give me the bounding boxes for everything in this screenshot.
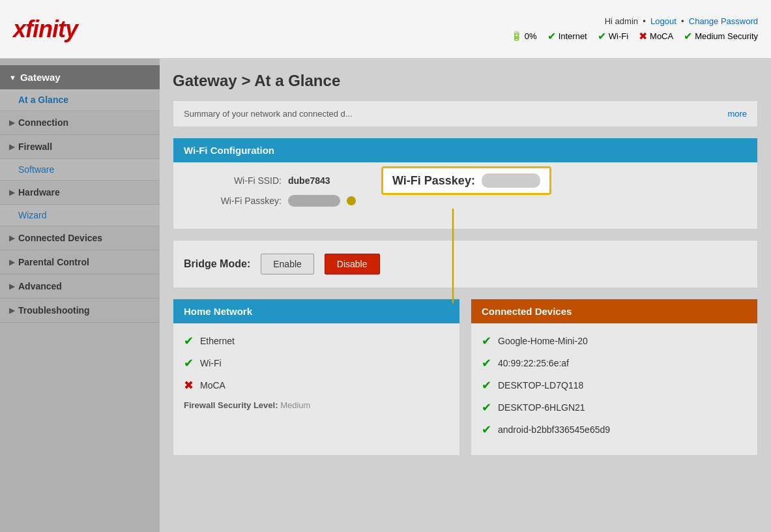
device-row-0: ✔ Google-Home-Mini-20: [482, 334, 747, 348]
moca-err-icon-home: ✖: [184, 378, 194, 392]
device-row-4: ✔ android-b2bbf336545e65d9: [482, 422, 747, 437]
advanced-arrow-icon: ▶: [9, 282, 14, 291]
device-row-2: ✔ DESKTOP-LD7Q118: [482, 378, 747, 392]
advanced-label: Advanced: [18, 281, 62, 291]
sidebar-item-firewall[interactable]: ▶ Firewall: [0, 135, 160, 159]
summary-text: Summary of your network and connected d.…: [184, 109, 353, 119]
sidebar-item-connected-devices[interactable]: ▶ Connected Devices: [0, 226, 160, 250]
more-link[interactable]: more: [727, 109, 747, 119]
wifi-row: ✔ Wi-Fi: [184, 356, 449, 370]
wifi-row-ok-icon: ✔: [184, 356, 194, 370]
greeting-text: Hi admin: [605, 16, 638, 26]
gateway-label: Gateway: [20, 72, 61, 83]
main-content: Gateway > At a Glance Summary of your ne…: [160, 59, 771, 532]
device-label-4: android-b2bbf336545e65d9: [498, 424, 610, 435]
home-network-title: Home Network: [184, 306, 252, 317]
device-ok-icon-2: ✔: [482, 378, 491, 392]
bridge-mode-section: Bridge Mode: Enable Disable: [173, 240, 758, 288]
connected-devices-header: Connected Devices: [471, 299, 757, 323]
disable-bridge-button[interactable]: Disable: [325, 254, 380, 274]
battery-status: 🔋 0%: [511, 31, 537, 41]
hardware-arrow-icon: ▶: [9, 188, 14, 197]
sidebar-item-connection[interactable]: ▶ Connection: [0, 111, 160, 135]
moca-status: ✖ MoCA: [639, 30, 673, 42]
device-ok-icon-3: ✔: [482, 400, 491, 415]
device-label-0: Google-Home-Mini-20: [498, 336, 588, 346]
device-label-2: DESKTOP-LD7Q118: [498, 380, 583, 391]
ethernet-row: ✔ Ethernet: [184, 334, 449, 348]
wifi-passkey-tooltip: Wi-Fi Passkey:: [381, 166, 551, 195]
sidebar-gateway-header[interactable]: ▼ Gateway: [0, 65, 160, 89]
device-row-1: ✔ 40:99:22:25:6e:af: [482, 356, 747, 370]
passkey-value: [288, 195, 356, 207]
internet-label: Internet: [559, 31, 587, 41]
header: xfinity Hi admin • Logout • Change Passw…: [0, 0, 771, 59]
sidebar-item-hardware[interactable]: ▶ Hardware: [0, 181, 160, 205]
tooltip-passkey-value: [482, 173, 540, 188]
sidebar-item-parental-control[interactable]: ▶ Parental Control: [0, 250, 160, 274]
device-label-1: 40:99:22:25:6e:af: [498, 358, 569, 368]
wifi-config-header: Wi-Fi Configuration: [173, 138, 757, 162]
device-ok-icon-1: ✔: [482, 356, 491, 370]
firewall-label: Firewall: [18, 141, 52, 152]
wifi-config-title: Wi-Fi Configuration: [184, 145, 274, 156]
hardware-label: Hardware: [18, 187, 60, 198]
moca-row-label: MoCA: [200, 380, 225, 391]
at-a-glance-label: At a Glance: [18, 95, 68, 105]
wifi-status: ✔ Wi-Fi: [598, 30, 628, 42]
logo-text: xfinity: [13, 16, 78, 42]
sidebar-item-advanced[interactable]: ▶ Advanced: [0, 274, 160, 299]
sidebar-item-wizard[interactable]: Wizard: [0, 205, 160, 226]
moca-err-icon: ✖: [639, 30, 647, 42]
parental-arrow-icon: ▶: [9, 258, 14, 267]
wifi-label: Wi-Fi: [609, 31, 628, 41]
battery-pct: 0%: [525, 31, 537, 41]
home-network-body: ✔ Ethernet ✔ Wi-Fi ✖ MoCA Firewall Secur…: [173, 323, 459, 421]
firewall-arrow-icon: ▶: [9, 143, 14, 151]
device-ok-icon-0: ✔: [482, 334, 491, 348]
home-network-card: Home Network ✔ Ethernet ✔ Wi-Fi ✖ MoCA: [173, 299, 460, 456]
passkey-dot-icon: [347, 196, 356, 205]
passkey-label: Wi-Fi Passkey:: [184, 196, 288, 206]
connected-devices-body: ✔ Google-Home-Mini-20 ✔ 40:99:22:25:6e:a…: [471, 323, 757, 455]
sidebar-item-at-a-glance[interactable]: At a Glance: [0, 89, 160, 111]
connection-arrow-icon: ▶: [9, 119, 14, 127]
ssid-label: Wi-Fi SSID:: [184, 175, 288, 186]
battery-icon: 🔋: [511, 31, 522, 41]
gateway-arrow-icon: ▼: [9, 74, 16, 81]
connected-devices-label: Connected Devices: [18, 233, 102, 243]
internet-ok-icon: ✔: [547, 30, 556, 42]
sidebar: ▼ Gateway At a Glance ▶ Connection ▶ Fir…: [0, 59, 160, 532]
parental-label: Parental Control: [18, 257, 89, 267]
sidebar-item-software[interactable]: Software: [0, 159, 160, 181]
wifi-row-label: Wi-Fi: [200, 358, 222, 368]
software-label: Software: [18, 164, 54, 175]
ssid-value: dube7843: [288, 175, 330, 186]
change-password-link[interactable]: Change Password: [689, 16, 758, 26]
connected-devices-title: Connected Devices: [482, 306, 572, 317]
tooltip-passkey-label: Wi-Fi Passkey:: [392, 174, 475, 188]
device-ok-icon-4: ✔: [482, 422, 491, 437]
wizard-label: Wizard: [18, 210, 47, 220]
sidebar-item-troubleshooting[interactable]: ▶ Troubleshooting: [0, 299, 160, 323]
header-right: Hi admin • Logout • Change Password 🔋 0%…: [511, 16, 758, 42]
enable-bridge-button[interactable]: Enable: [261, 254, 314, 274]
connection-label: Connection: [18, 117, 68, 128]
firewall-security-label: Firewall Security Level:: [184, 400, 278, 410]
logout-link[interactable]: Logout: [650, 16, 676, 26]
moca-label: MoCA: [650, 31, 673, 41]
bridge-mode-label: Bridge Mode:: [184, 258, 250, 270]
wifi-ok-icon: ✔: [598, 30, 606, 42]
connected-devices-arrow-icon: ▶: [9, 234, 14, 243]
page-title: Gateway > At a Glance: [173, 72, 758, 90]
passkey-blurred-value: [288, 195, 340, 207]
device-row-3: ✔ DESKTOP-6HLGN21: [482, 400, 747, 415]
user-bar: Hi admin • Logout • Change Password: [511, 16, 758, 26]
firewall-security-row: Firewall Security Level: Medium: [184, 400, 449, 410]
xfinity-logo: xfinity: [13, 16, 78, 43]
internet-status: ✔ Internet: [547, 30, 587, 42]
security-ok-icon: ✔: [684, 30, 692, 42]
status-bar: 🔋 0% ✔ Internet ✔ Wi-Fi ✖ MoCA ✔ Medium …: [511, 30, 758, 42]
device-label-3: DESKTOP-6HLGN21: [498, 402, 585, 413]
connected-devices-card: Connected Devices ✔ Google-Home-Mini-20 …: [471, 299, 758, 456]
